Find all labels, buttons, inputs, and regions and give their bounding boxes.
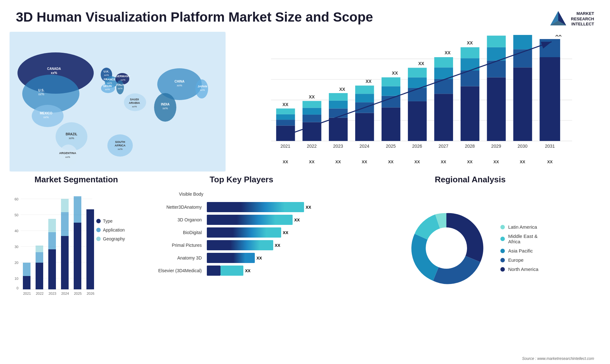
- latin-america-dot: [500, 225, 505, 229]
- svg-text:2021: 2021: [23, 292, 31, 295]
- svg-text:10: 10: [15, 277, 18, 280]
- mea-label: Middle East &Africa: [508, 233, 538, 244]
- segmentation-title: Market Segmentation: [10, 175, 143, 185]
- svg-text:XX: XX: [309, 159, 315, 164]
- svg-text:XX: XX: [339, 87, 345, 92]
- player-row-biodigital: BioDigital XX: [152, 227, 330, 238]
- svg-text:2026: 2026: [87, 292, 94, 295]
- year-2027: 2027: [438, 144, 448, 149]
- svg-rect-31: [302, 115, 321, 122]
- svg-text:XX: XX: [547, 159, 553, 164]
- svg-text:40: 40: [15, 229, 18, 233]
- svg-rect-108: [23, 276, 30, 289]
- svg-rect-27: [276, 114, 295, 120]
- svg-rect-117: [61, 236, 69, 289]
- svg-text:XX: XX: [467, 159, 473, 164]
- svg-rect-42: [355, 94, 374, 102]
- svg-rect-116: [48, 219, 56, 232]
- page-title: 3D Human Visualization Platform Market S…: [16, 10, 373, 25]
- svg-text:20: 20: [15, 261, 18, 265]
- year-2030: 2030: [518, 144, 527, 149]
- donut-hole: [426, 227, 467, 269]
- svg-rect-56: [434, 79, 453, 94]
- saudi-value: xx%: [132, 105, 137, 108]
- svg-rect-71: [513, 35, 532, 49]
- svg-rect-43: [355, 85, 374, 94]
- japan-label: JAPAN: [198, 85, 207, 88]
- donut-chart: [402, 204, 491, 293]
- india-value: xx%: [162, 107, 168, 110]
- svg-text:XX: XX: [467, 40, 473, 45]
- svg-text:XX: XX: [555, 35, 562, 37]
- player-row-netter: Netter3DAnatomy XX: [152, 202, 330, 212]
- svg-rect-109: [23, 263, 30, 276]
- brazil-label: BRAZIL: [66, 132, 78, 136]
- year-2031: 2031: [545, 144, 555, 149]
- south-africa-label: SOUTH: [115, 140, 125, 144]
- logo: MARKET RESEARCH INTELLECT: [549, 10, 594, 29]
- canada-label: CANADA: [47, 67, 61, 71]
- svg-rect-30: [302, 122, 321, 141]
- player-row-elsevier: Elsevier (3D4Medical) XX: [152, 266, 330, 276]
- south-africa-value: xx%: [118, 148, 122, 151]
- svg-rect-113: [36, 246, 43, 252]
- svg-rect-45: [382, 107, 400, 141]
- europe-label: Europe: [508, 257, 523, 263]
- legend-europe: Europe: [500, 257, 538, 263]
- player-row-anatomy3d: Anatomy 3D XX: [152, 253, 330, 263]
- svg-rect-46: [382, 96, 400, 108]
- svg-rect-115: [48, 232, 56, 249]
- svg-rect-63: [461, 47, 479, 58]
- regional-area: Regional Analysis Lat: [340, 175, 600, 324]
- svg-rect-26: [276, 120, 295, 125]
- regional-title: Regional Analysis: [340, 175, 600, 185]
- segmentation-area: Market Segmentation 60 50 40 30 20 10 0 …: [10, 175, 143, 324]
- player-row-primal: Primal Pictures XX: [152, 240, 330, 250]
- asia-dot: [500, 249, 505, 253]
- legend-north-america: North America: [500, 266, 538, 272]
- spain-value: xx%: [105, 88, 110, 91]
- saudi-label: SAUDI: [130, 98, 139, 101]
- latin-america-label: Latin America: [508, 224, 537, 230]
- svg-rect-55: [434, 94, 453, 141]
- asia-label: Asia Pacific: [508, 248, 533, 253]
- svg-text:XX: XX: [366, 79, 372, 84]
- svg-text:Application: Application: [103, 227, 125, 233]
- svg-text:XX: XX: [336, 159, 341, 164]
- svg-rect-40: [355, 113, 374, 141]
- svg-text:2022: 2022: [36, 292, 44, 295]
- svg-rect-114: [48, 249, 56, 289]
- svg-rect-72: [539, 57, 560, 141]
- year-2024: 2024: [359, 144, 369, 149]
- svg-text:2024: 2024: [61, 292, 69, 295]
- china-label: CHINA: [174, 80, 185, 83]
- us-label: U.S.: [38, 89, 44, 92]
- bottom-section: Market Segmentation 60 50 40 30 20 10 0 …: [0, 172, 610, 330]
- svg-rect-69: [513, 67, 532, 141]
- japan-value: xx%: [200, 89, 205, 91]
- china-value: xx%: [177, 84, 182, 87]
- mexico-label: MEXICO: [40, 111, 52, 115]
- svg-text:XX: XX: [392, 71, 398, 76]
- svg-rect-33: [302, 101, 321, 108]
- growth-chart-area: 2021 XX 2022 XX 2023 XX 2024 XX: [226, 32, 600, 172]
- svg-text:XX: XX: [309, 94, 315, 99]
- svg-rect-51: [408, 88, 427, 101]
- svg-text:Geography: Geography: [103, 236, 125, 241]
- svg-rect-122: [86, 209, 94, 289]
- player-row-visible-body: Visible Body: [152, 189, 330, 199]
- player-name: 3D Organon: [152, 217, 202, 222]
- logo-text: MARKET RESEARCH INTELLECT: [571, 11, 594, 27]
- svg-rect-121: [74, 196, 81, 223]
- argentina-label: ARGENTINA: [59, 152, 76, 155]
- top-section: CANADA xx% U.S. xx% MEXICO xx% BRAZIL xx…: [0, 32, 610, 172]
- europe-dot: [500, 258, 505, 262]
- svg-point-127: [96, 237, 101, 241]
- svg-text:XX: XX: [414, 159, 420, 164]
- svg-rect-50: [408, 101, 427, 141]
- svg-rect-112: [36, 252, 43, 263]
- svg-rect-120: [74, 223, 81, 289]
- svg-text:30: 30: [15, 245, 18, 249]
- svg-point-123: [96, 219, 101, 223]
- svg-rect-68: [487, 36, 506, 47]
